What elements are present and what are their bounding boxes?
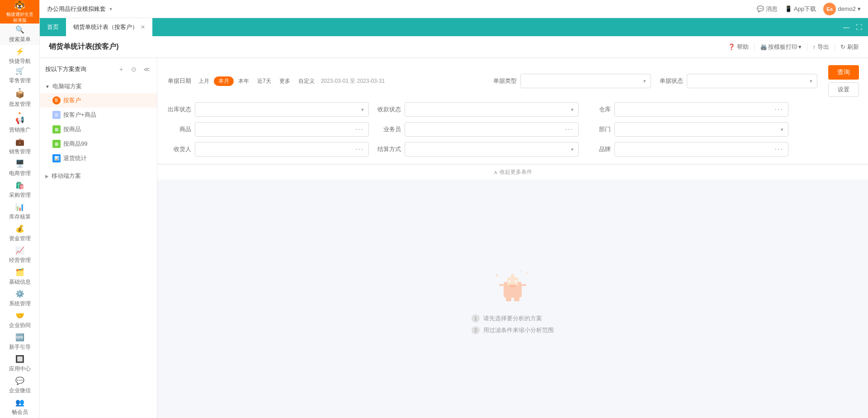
help-btn[interactable]: ❓ 帮助 [728,43,749,51]
panel-add-btn[interactable]: + [116,64,126,74]
empty-tip-2: 2 用过滤条件来缩小分析范围 [472,326,554,334]
tab-close-btn[interactable]: ✕ [141,24,145,30]
receiver-dots: ··· [355,145,364,153]
header-dropdown[interactable]: ▾ [109,6,112,12]
date-tab-thisyear[interactable]: 本年 [235,76,253,86]
query-button[interactable]: 查询 [828,65,859,80]
help-label: 帮助 [737,43,749,51]
return-stats-icon: 📊 [52,154,61,162]
header-right: 💬 消息 📱 App下载 Ea demo2 ▾ [757,3,861,15]
date-tab-more[interactable]: 更多 [276,76,294,86]
print-arrow-icon: ▾ [798,43,802,50]
settings-button[interactable]: 设置 [828,82,859,97]
logo-sub: 标准版 [13,17,27,24]
empty-tips: 1 请先选择要分析的方案 2 用过滤条件来缩小分析范围 [472,314,554,334]
goods-input[interactable]: ··· [195,122,369,137]
export-btn[interactable]: ↑ 导出 [813,43,830,51]
sidebar-item-ecommerce[interactable]: 🖥️ 电商管理 [0,157,39,179]
tree-item-by-goods[interactable]: ▦ 按商品 [40,122,157,137]
order-type-input[interactable]: ▾ [520,74,651,88]
print-btn[interactable]: 🖨️ 按模板打印 ▾ [760,43,802,51]
quicknav-icon: ⚡ [15,47,24,56]
collapse-bar[interactable]: ∧ 收起更多条件 [157,164,868,180]
basic-icon: 🗂️ [15,268,24,276]
sidebar-item-appcenter[interactable]: 🔲 应用中心 [0,353,39,375]
tree-item-customer-goods[interactable]: ⊞ 按客户+商品 [40,108,157,122]
user-name: demo2 [838,5,856,12]
message-btn[interactable]: 💬 消息 [757,5,778,13]
sidebar-item-quicknav-label: 快捷导航 [9,57,31,65]
dept-arrow: ▾ [781,127,783,133]
sidebar-item-basic-label: 基础信息 [9,278,31,286]
by-goods-icon: ▦ [52,125,61,133]
sidebar-item-operations[interactable]: 📈 经营管理 [0,244,39,266]
tree-root-desktop[interactable]: ▼ 电脑端方案 [40,80,157,93]
warehouse-input[interactable]: ··· [614,102,788,117]
sidebar-item-retail[interactable]: 🛒 零售管理 ▾ [0,67,39,90]
by-goods-label: 按商品 [63,125,81,133]
sidebar-item-corpwechat[interactable]: 💬 企业微信 [0,375,39,396]
purchase-icon: 🛍️ [15,181,24,190]
app-download-btn[interactable]: 📱 App下载 [785,5,816,13]
tab-bar-actions: — ⛶ [841,22,868,33]
date-tab-thismonth[interactable]: 本月 [214,76,234,86]
order-status-arrow: ▾ [810,78,812,84]
sidebar-item-system[interactable]: ⚙️ 系统管理 [0,288,39,309]
sidebar-item-inventory-label: 库存核算 [9,213,31,221]
sidebar-item-purchase[interactable]: 🛍️ 采购管理 [0,179,39,201]
tree-item-return-stats[interactable]: 📊 退货统计 [40,151,157,166]
tab-home[interactable]: 首页 [40,18,66,36]
refresh-btn[interactable]: ↻ 刷新 [840,43,859,51]
sidebar-item-finance[interactable]: 💰 资金管理 [0,223,39,244]
tab-maximize-btn[interactable]: ⛶ [854,22,864,33]
brand-input[interactable]: ··· [614,142,788,157]
panel-edit-btn[interactable]: ⊙ [129,64,139,74]
svg-text:✦: ✦ [495,272,499,279]
system-icon: ⚙️ [15,290,24,298]
salesman-dots: ··· [565,125,574,133]
tab-home-label: 首页 [47,23,59,31]
sidebar-item-member[interactable]: 👥 畅会员 [0,396,39,418]
date-tab-lastmonth[interactable]: 上月 [195,76,213,86]
sidebar-item-quicknav[interactable]: ⚡ 快捷导航 [0,45,39,67]
logo[interactable]: 🐯 畅捷通好生意 标准版 [0,0,39,24]
svg-rect-8 [514,297,519,301]
settle-input[interactable]: ▾ [405,142,579,157]
search-icon: 🔍 [15,25,24,34]
sidebar-item-inventory[interactable]: 📊 库存核算 [0,201,39,223]
tree-root-mobile[interactable]: ▶ 移动端方案 [40,169,157,183]
receiver-input[interactable]: ··· [195,142,369,157]
svg-rect-7 [506,297,511,301]
tab-active[interactable]: 销货单统计表（按客户） ✕ [66,18,152,36]
sidebar-item-marketing[interactable]: 📢 营销推广 [0,114,39,136]
sidebar-item-sales[interactable]: 💼 销售管理 [0,136,39,157]
date-tab-custom[interactable]: 自定义 [295,76,318,86]
sidebar-item-search[interactable]: 🔍 搜索菜单 [0,24,39,45]
date-tab-7days[interactable]: 近7天 [254,76,275,86]
panel-collapse-btn[interactable]: ≪ [142,64,151,74]
logo-text: 畅捷通好生意 [6,12,33,17]
out-status-input[interactable]: ▾ [195,102,369,117]
filter-goods: 商品 ··· [166,122,369,137]
sidebar-item-newuser[interactable]: 🆕 新手引导 [0,331,39,353]
app-download-label: App下载 [794,5,816,13]
sidebar-item-wholesale[interactable]: 📦 批发管理 ▴ [0,90,39,114]
filter-settle: 结算方式 ▾ [376,142,579,157]
recv-status-input[interactable]: ▾ [405,102,579,117]
filter-order-type: 单据类型 ▾ [492,74,651,88]
order-status-input[interactable]: ▾ [687,74,817,88]
filter-dept: 部门 ▾ [586,122,788,137]
right-panel: 单据日期 上月 本月 本年 近7天 更多 自定义 20 [157,58,868,418]
dept-input[interactable]: ▾ [614,122,788,137]
collapse-up-icon: ∧ [494,169,498,176]
salesman-input[interactable]: ··· [405,122,579,137]
sidebar-item-enterprise[interactable]: 🤝 企业协同 [0,309,39,331]
sidebar-item-sales-label: 销售管理 [9,148,31,156]
tree-item-by-goods99[interactable]: ▦ 按商品99 [40,137,157,151]
retail-icon: 🛒 [15,66,24,75]
user-area[interactable]: Ea demo2 ▾ [823,3,861,15]
tab-minimize-btn[interactable]: — [841,22,852,33]
brand-dots: ··· [775,145,783,153]
tree-item-by-customer[interactable]: 客 按客户 [40,93,157,108]
sidebar-item-basic[interactable]: 🗂️ 基础信息 [0,266,39,288]
